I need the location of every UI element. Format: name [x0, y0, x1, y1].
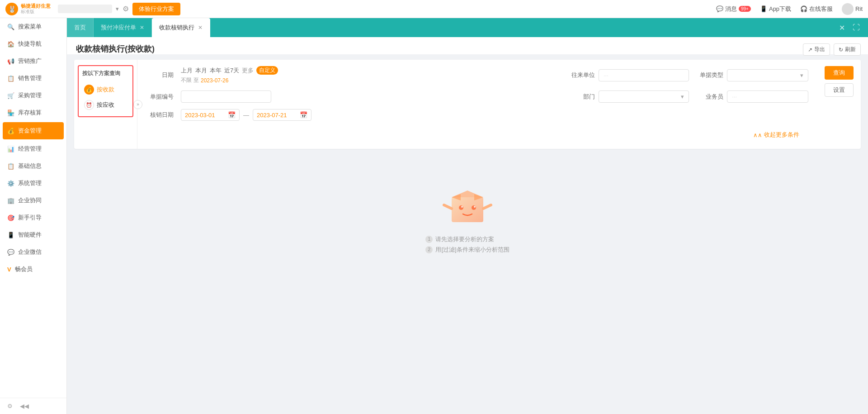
solution-button[interactable]: 体验行业方案: [132, 3, 180, 15]
sidebar-item-search-menu[interactable]: 🔍 搜索菜单: [0, 18, 66, 35]
sidebar-item-smart-hardware[interactable]: 📱 智能硬件: [0, 226, 66, 243]
collapse-sidebar-btn[interactable]: »: [133, 100, 142, 109]
export-button[interactable]: ↗ 导出: [803, 43, 830, 56]
date-nolimit: 不限 至 2023-07-26: [181, 76, 278, 84]
finance-icon: 💰: [7, 128, 14, 134]
export-icon: ↗: [808, 47, 812, 53]
filter-option-by-receivable[interactable]: ⏰ 按应收: [82, 97, 129, 113]
shortcut-more[interactable]: 更多: [242, 67, 254, 75]
sidebar-label-member: 畅会员: [15, 265, 33, 273]
system-icon: ⚙️: [7, 180, 14, 187]
salesperson-input[interactable]: ···: [727, 90, 808, 103]
verify-date-range: 2023-03-01 📅 — 2023-07-21 📅: [181, 109, 311, 121]
verify-dash: —: [243, 112, 249, 119]
sidebar-item-newbie-guide[interactable]: 🎯 新手引导: [0, 209, 66, 226]
tab-prepay-conflict[interactable]: 预付冲应付单 ✕: [94, 18, 152, 37]
online-service-label: 在线客服: [809, 5, 833, 13]
user-area[interactable]: Rit: [842, 3, 863, 15]
shortcut-7days[interactable]: 近7天: [224, 67, 239, 75]
online-service-btn[interactable]: 🎧 在线客服: [800, 5, 833, 13]
sidebar-label-marketing: 营销推广: [18, 57, 42, 65]
search-icon: 🔍: [7, 24, 14, 30]
collapse-sidebar-icon[interactable]: ◀◀: [20, 403, 29, 409]
verify-date-start-input[interactable]: 2023-03-01 📅: [181, 109, 240, 121]
sidebar-item-inventory[interactable]: 🏪 库存核算: [0, 104, 66, 121]
dept-select[interactable]: ▾: [599, 90, 689, 103]
svg-point-5: [472, 205, 476, 210]
svg-rect-0: [452, 197, 483, 222]
sidebar-item-basic-info[interactable]: 📋 基础信息: [0, 157, 66, 175]
sidebar-item-member[interactable]: V 畅会员: [0, 261, 66, 278]
message-label: 消息: [725, 5, 737, 13]
username: Rit: [855, 5, 863, 12]
no-limit-label: 不限: [181, 76, 192, 84]
marketing-icon: 📢: [7, 58, 14, 65]
collection-tab-close-icon[interactable]: ✕: [198, 24, 203, 31]
sidebar-label-inventory: 库存核算: [18, 109, 42, 117]
close-tab-icon[interactable]: ✕: [835, 21, 848, 34]
sidebar-label-basic-info: 基础信息: [18, 162, 42, 170]
logo-icon: 🐰: [5, 3, 18, 15]
prepay-tab-close-icon[interactable]: ✕: [140, 24, 144, 31]
tab-home[interactable]: 首页: [67, 18, 94, 37]
sidebar-label-enterprise-collab: 企业协同: [18, 196, 42, 205]
doc-no-input[interactable]: [181, 90, 271, 103]
collapse-more-btn[interactable]: ∧∧ 收起更多条件: [146, 127, 808, 143]
calendar-start-icon: 📅: [228, 111, 236, 119]
settings-icon[interactable]: ⚙: [7, 403, 13, 409]
app-download-label: App下载: [769, 5, 791, 13]
sidebar-item-finance[interactable]: 💰 资金管理: [3, 122, 64, 139]
message-btn[interactable]: 💬 消息 99+: [716, 5, 751, 13]
tip-num-2: 2: [425, 246, 433, 253]
topbar: 🐰 畅捷通好生意 标准版 ▾ ⚙ 体验行业方案 💬 消息 99+ 📱 App下载…: [0, 0, 868, 18]
chevron-down-dept-icon: ▾: [681, 93, 684, 100]
main-content: 首页 预付冲应付单 ✕ 收款核销执行 ✕ ✕ ⛶ 收款核销执行(按收款) ↗: [67, 18, 868, 414]
sidebar-label-purchase: 采购管理: [18, 91, 42, 100]
sidebar-item-enterprise-wechat[interactable]: 💬 企业微信: [0, 243, 66, 261]
doc-type-select[interactable]: ▾: [727, 69, 808, 81]
dept-label: 部门: [568, 93, 595, 101]
app-download-btn[interactable]: 📱 App下载: [760, 5, 791, 13]
sidebar-item-quick-nav[interactable]: 🏠 快捷导航: [0, 35, 66, 52]
sidebar-item-marketing[interactable]: 📢 营销推广: [0, 52, 66, 70]
sidebar-item-enterprise-collab[interactable]: 🏢 企业协同: [0, 192, 66, 209]
query-button[interactable]: 查询: [825, 66, 854, 80]
sidebar-item-sales[interactable]: 📋 销售管理: [0, 70, 66, 87]
newbie-guide-icon: 🎯: [7, 214, 14, 221]
tip-text-2: 用[过滤]条件来缩小分析范围: [435, 244, 509, 255]
sidebar-item-operation[interactable]: 📊 经营管理: [0, 140, 66, 157]
empty-tips: 1 请先选择要分析的方案 2 用[过滤]条件来缩小分析范围: [425, 234, 509, 255]
settings-button[interactable]: 设置: [825, 83, 854, 97]
shortcut-last-month[interactable]: 上月: [181, 67, 193, 75]
sidebar: 🔍 搜索菜单 🏠 快捷导航 📢 营销推广 📋 销售管理 🛒 采购管理 🏪 库存核…: [0, 18, 67, 414]
sidebar-label-enterprise-wechat: 企业微信: [18, 248, 42, 256]
gear-icon[interactable]: ⚙: [123, 5, 129, 13]
collection-option-icon: 💰: [84, 85, 94, 95]
shortcut-this-year[interactable]: 本年: [210, 67, 222, 75]
refresh-button[interactable]: ↻ 刷新: [834, 43, 861, 56]
operation-icon: 📊: [7, 146, 14, 152]
doc-no-label: 单据编号: [146, 93, 174, 101]
counterparty-input[interactable]: ···: [599, 69, 689, 81]
collection-tab-label: 收款核销执行: [159, 24, 194, 32]
page-action-area: ↗ 导出 ↻ 刷新: [803, 43, 861, 56]
sidebar-label-quicknav: 快捷导航: [18, 40, 42, 48]
message-icon: 💬: [716, 5, 723, 12]
enterprise-wechat-icon: 💬: [7, 249, 14, 256]
tab-collection-verify[interactable]: 收款核销执行 ✕: [152, 18, 210, 37]
doc-type-filter: 单据类型 ▾: [696, 69, 808, 81]
chevron-down-doc-icon: ▾: [800, 72, 803, 79]
chevron-down-icon[interactable]: ▾: [116, 5, 119, 12]
sidebar-item-system[interactable]: ⚙️ 系统管理: [0, 175, 66, 192]
verify-date-end-input[interactable]: 2023-07-21 📅: [253, 109, 311, 121]
inventory-icon: 🏪: [7, 109, 14, 116]
expand-tab-icon[interactable]: ⛶: [850, 21, 863, 34]
empty-illustration: [440, 181, 495, 227]
member-icon: V: [7, 266, 11, 273]
sidebar-item-purchase[interactable]: 🛒 采购管理: [0, 87, 66, 104]
shortcut-this-month[interactable]: 本月: [195, 67, 207, 75]
collection-option-label: 按收款: [97, 86, 114, 94]
current-app-name: [58, 5, 112, 13]
shortcut-custom[interactable]: 自定义: [256, 66, 278, 75]
filter-option-by-collection[interactable]: 💰 按收款: [82, 82, 129, 97]
